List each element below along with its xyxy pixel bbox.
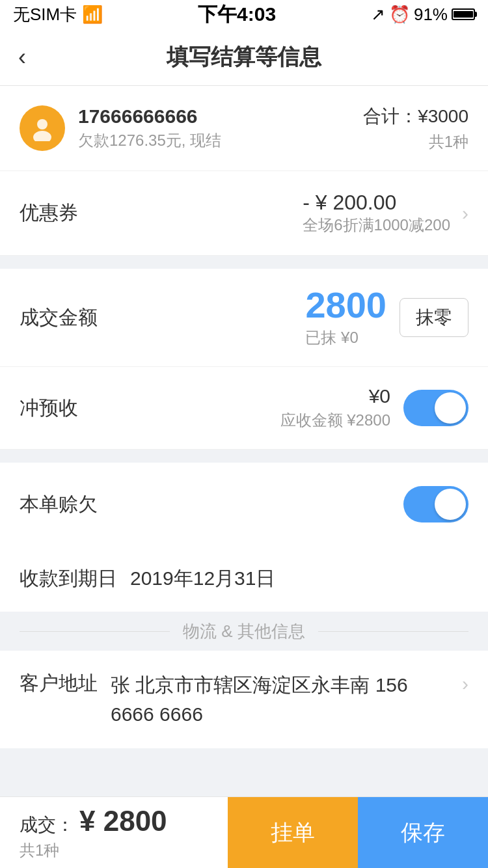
user-sub-text: 欠款1276.35元, 现结	[78, 130, 221, 151]
footer-sub: 共1种	[20, 840, 208, 861]
battery-icon	[452, 8, 475, 20]
status-time: 下午4:03	[198, 1, 276, 28]
toggle-knob	[435, 392, 466, 424]
logistics-divider: 物流 & 其他信息	[0, 612, 488, 651]
save-button[interactable]: 保存	[358, 797, 488, 869]
coupon-detail: 全场6折满1000减200	[303, 215, 450, 236]
coupon-label: 优惠券	[20, 200, 78, 226]
prepay-values: ¥0 应收金额 ¥2800	[280, 385, 390, 431]
prepay-toggle[interactable]	[403, 390, 468, 426]
amount-section: 成交金额 2800 已抹 ¥0 抹零 冲预收 ¥0 应收金额 ¥2800	[0, 269, 488, 450]
user-info-row: 17666666666 欠款1276.35元, 现结 合计：¥3000 共1种	[0, 86, 488, 171]
amount-label: 成交金额	[20, 305, 98, 331]
user-details: 17666666666 欠款1276.35元, 现结	[78, 105, 221, 151]
footer-amount-row: 成交： ¥ 2800	[20, 805, 208, 837]
avatar	[20, 105, 65, 151]
due-date-value: 2019年12月31日	[130, 565, 275, 592]
carrier-text: 无SIM卡	[13, 3, 77, 26]
chevron-right-icon: ›	[462, 202, 468, 224]
footer-label: 成交：	[20, 813, 74, 837]
coupon-discount: - ¥ 200.00	[303, 191, 450, 215]
logistics-label: 物流 & 其他信息	[170, 620, 318, 643]
status-right: ↗ ⏰ 91%	[371, 5, 475, 25]
debt-row: 本单赊欠	[0, 463, 488, 546]
address-chevron-icon: ›	[462, 673, 468, 695]
address-row[interactable]: 客户地址 张 北京市市辖区海淀区永丰南 156 6666 6666 ›	[0, 651, 488, 748]
coupon-right: - ¥ 200.00 全场6折满1000减200 ›	[303, 191, 468, 236]
svg-point-0	[37, 119, 47, 129]
footer-info: 成交： ¥ 2800 共1种	[0, 805, 228, 861]
user-total-section: 合计：¥3000 共1种	[363, 104, 468, 152]
footer-amount: ¥ 2800	[79, 805, 167, 837]
debt-label: 本单赊欠	[20, 491, 98, 518]
coupon-info: - ¥ 200.00 全场6折满1000减200	[303, 191, 450, 236]
section-divider-2	[0, 450, 488, 463]
amount-sub: 已抹 ¥0	[305, 327, 386, 348]
hang-order-button[interactable]: 挂单	[228, 797, 358, 869]
content-area: 17666666666 欠款1276.35元, 现结 合计：¥3000 共1种 …	[0, 86, 488, 868]
debt-toggle-knob	[435, 489, 466, 520]
alarm-icon: ⏰	[389, 5, 410, 25]
amount-right: 2800 已抹 ¥0 抹零	[305, 287, 468, 348]
due-date-label: 收款到期日	[20, 565, 117, 592]
address-label: 客户地址	[20, 670, 98, 697]
amount-value: 2800	[305, 287, 386, 323]
debt-toggle[interactable]	[403, 486, 468, 522]
battery-percent: 91%	[414, 5, 448, 25]
user-phone: 17666666666	[78, 105, 221, 128]
prepay-right: ¥0 应收金额 ¥2800	[280, 385, 468, 431]
section-divider-1	[0, 256, 488, 269]
svg-point-1	[33, 131, 51, 141]
prepay-sub-value: 应收金额 ¥2800	[280, 410, 390, 431]
coupon-row[interactable]: 优惠券 - ¥ 200.00 全场6折满1000减200 ›	[0, 171, 488, 256]
footer: 成交： ¥ 2800 共1种 挂单 保存	[0, 796, 488, 868]
amount-row: 成交金额 2800 已抹 ¥0 抹零	[0, 269, 488, 367]
nav-bar: ‹ 填写结算等信息	[0, 29, 488, 86]
address-value: 张 北京市市辖区海淀区永丰南 156 6666 6666	[111, 670, 449, 729]
page-title: 填写结算等信息	[167, 42, 321, 72]
user-info-card: 17666666666 欠款1276.35元, 现结 合计：¥3000 共1种 …	[0, 86, 488, 256]
prepay-label: 冲预收	[20, 395, 78, 422]
due-date-row: 收款到期日 2019年12月31日	[0, 546, 488, 612]
back-button[interactable]: ‹	[18, 44, 26, 71]
round-zero-button[interactable]: 抹零	[400, 298, 468, 337]
status-left: 无SIM卡 📶	[13, 3, 103, 26]
item-count: 共1种	[363, 131, 468, 152]
amount-info: 2800 已抹 ¥0	[305, 287, 386, 348]
location-icon: ↗	[371, 5, 385, 25]
user-left: 17666666666 欠款1276.35元, 现结	[20, 105, 221, 151]
total-amount: 合计：¥3000	[363, 104, 468, 129]
wifi-icon: 📶	[82, 5, 103, 25]
status-bar: 无SIM卡 📶 下午4:03 ↗ ⏰ 91%	[0, 0, 488, 29]
prepay-main-value: ¥0	[280, 385, 390, 407]
prepay-row: 冲预收 ¥0 应收金额 ¥2800	[0, 367, 488, 450]
debt-card: 本单赊欠 收款到期日 2019年12月31日	[0, 463, 488, 612]
